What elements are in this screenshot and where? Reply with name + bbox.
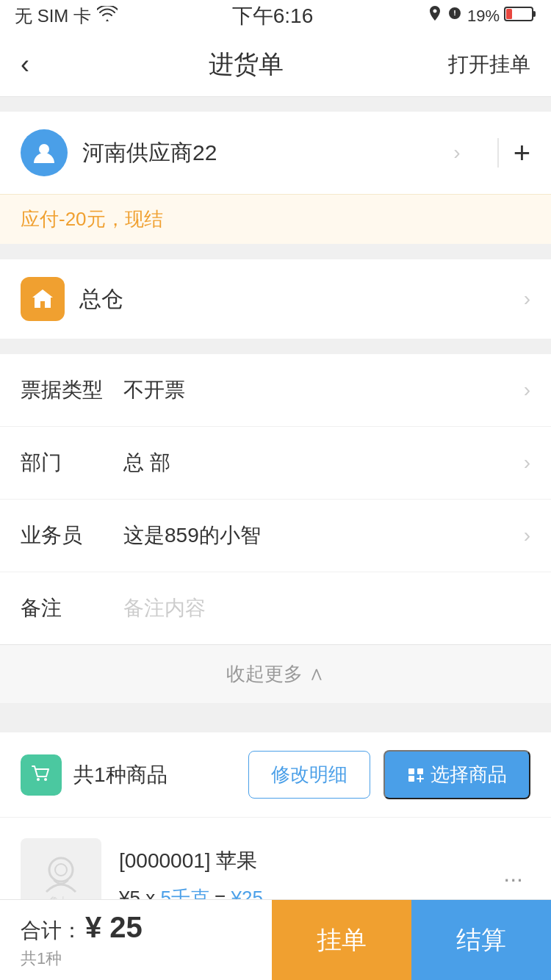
battery-icon <box>504 6 536 26</box>
sales-label: 业务员 <box>21 522 116 550</box>
svg-rect-6 <box>408 768 414 774</box>
dept-value: 总 部 <box>116 449 524 477</box>
sales-value: 这是859的小智 <box>116 522 524 550</box>
note-label: 备注 <box>21 594 116 622</box>
product-more-button[interactable]: ··· <box>496 858 530 900</box>
page-title: 进货单 <box>44 48 448 82</box>
sales-chevron-icon: › <box>524 524 530 547</box>
warehouse-row[interactable]: 总仓 › <box>0 259 551 339</box>
invoice-value: 不开票 <box>116 376 524 404</box>
modify-detail-button[interactable]: 修改明细 <box>248 751 370 799</box>
status-right: 19% <box>428 6 536 26</box>
products-header: 共1种商品 修改明细 选择商品 <box>0 732 551 818</box>
total-label: 合计： <box>21 917 82 945</box>
gap-4 <box>0 703 551 718</box>
supplier-chevron-icon: › <box>453 141 460 165</box>
gap-1 <box>0 97 551 112</box>
hold-button[interactable]: 挂单 <box>272 900 411 981</box>
nav-bar: ‹ 进货单 打开挂单 <box>0 32 551 97</box>
warehouse-icon <box>21 277 65 321</box>
open-hold-button[interactable]: 打开挂单 <box>448 51 530 79</box>
battery-text: 19% <box>467 7 500 26</box>
supplier-avatar <box>21 129 68 176</box>
products-count: 共1种商品 <box>73 761 248 789</box>
products-icon <box>21 754 62 796</box>
svg-point-10 <box>55 864 67 876</box>
dept-row[interactable]: 部门 总 部 › <box>0 426 551 499</box>
gap-2 <box>0 244 551 259</box>
note-placeholder: 备注内容 <box>116 594 530 622</box>
warehouse-name: 总仓 <box>79 284 524 314</box>
footer-bar: 合计： ¥ 25 共1种 挂单 结算 <box>0 899 551 980</box>
select-label: 选择商品 <box>431 762 507 788</box>
user-icon <box>31 140 57 166</box>
status-bar: 无 SIM 卡 下午6:16 19% <box>0 0 551 32</box>
wifi-icon <box>97 6 118 26</box>
svg-point-3 <box>39 144 49 154</box>
divider <box>497 138 499 167</box>
dept-chevron-icon: › <box>524 451 530 475</box>
gap-3 <box>0 339 551 353</box>
invoice-type-row[interactable]: 票据类型 不开票 › <box>0 353 551 426</box>
svg-rect-8 <box>408 776 414 782</box>
footer-total: 合计： ¥ 25 共1种 <box>0 911 272 970</box>
location-icon <box>428 6 442 26</box>
back-button[interactable]: ‹ <box>21 49 29 80</box>
svg-point-9 <box>49 858 73 882</box>
svg-rect-7 <box>417 768 423 774</box>
status-left: 无 SIM 卡 <box>15 4 118 28</box>
carrier-text: 无 SIM 卡 <box>15 4 91 28</box>
invoice-chevron-icon: › <box>524 378 530 402</box>
sales-row[interactable]: 业务员 这是859的小智 › <box>0 499 551 572</box>
form-section: 票据类型 不开票 › 部门 总 部 › 业务员 这是859的小智 › 备注 备注… <box>0 353 551 703</box>
select-product-button[interactable]: 选择商品 <box>383 750 530 799</box>
status-time: 下午6:16 <box>232 2 314 30</box>
note-row[interactable]: 备注 备注内容 <box>0 572 551 644</box>
svg-point-4 <box>37 778 40 781</box>
svg-rect-2 <box>533 11 536 17</box>
total-amount: ¥ 25 <box>85 911 143 944</box>
supplier-card: 河南供应商22 › + 应付-20元，现结 <box>0 112 551 244</box>
svg-rect-1 <box>506 9 512 19</box>
supplier-name: 河南供应商22 <box>82 138 453 168</box>
house-icon <box>30 287 55 311</box>
add-supplier-button[interactable]: + <box>514 137 530 170</box>
supplier-row[interactable]: 河南供应商22 › + <box>0 112 551 194</box>
invoice-label: 票据类型 <box>21 376 116 404</box>
svg-point-5 <box>44 778 47 781</box>
collapse-toggle[interactable]: 收起更多 ∧ <box>0 644 551 703</box>
dept-label: 部门 <box>21 449 116 477</box>
warehouse-chevron-icon: › <box>524 287 530 311</box>
alarm-icon <box>447 6 463 26</box>
select-icon <box>407 766 425 784</box>
total-sub: 共1种 <box>21 948 251 970</box>
product-name: [0000001] 苹果 <box>119 847 496 875</box>
supplier-info-banner: 应付-20元，现结 <box>0 194 551 244</box>
total-label-row: 合计： ¥ 25 <box>21 911 251 945</box>
cart-icon <box>29 763 53 787</box>
checkout-button[interactable]: 结算 <box>411 900 551 981</box>
product-code: [0000001] 苹果 <box>119 849 257 872</box>
warehouse-card: 总仓 › <box>0 259 551 339</box>
